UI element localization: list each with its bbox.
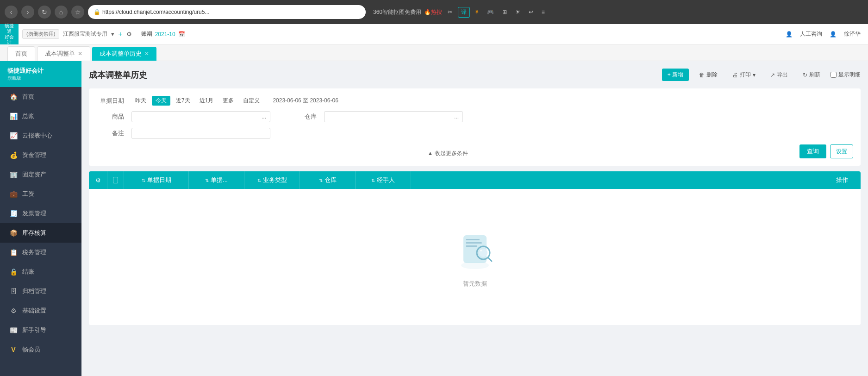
- table-toolbar: ⚙ ⇅ 单据日期 ⇅ 单据... ⇅ 业务类型: [89, 171, 861, 189]
- home-button[interactable]: ⌂: [55, 6, 68, 19]
- ledger-icon: 📊: [9, 112, 18, 120]
- bookmark-button[interactable]: ☆: [71, 6, 84, 19]
- tab-home-label: 首页: [15, 50, 27, 58]
- print-dropdown-icon: ▾: [753, 72, 756, 78]
- wallet-tool[interactable]: ¥: [473, 8, 481, 16]
- vip-icon: V: [9, 345, 18, 354]
- menu-tool[interactable]: ≡: [539, 8, 548, 16]
- shortcut-1month[interactable]: 近1月: [196, 96, 218, 106]
- app-logo: 畅捷通好会计: [4, 23, 15, 45]
- show-detail-label: 显示明细: [838, 71, 861, 79]
- th-biz-type[interactable]: ⇅ 业务类型: [244, 171, 300, 189]
- refresh-button[interactable]: ↻: [38, 6, 51, 19]
- collapse-button[interactable]: ▲ 收起更多条件: [428, 150, 468, 157]
- sidebar-item-vip[interactable]: V 畅会员: [0, 340, 81, 359]
- sidebar-item-archive[interactable]: 🗄 归档管理: [0, 282, 81, 301]
- sidebar-item-fund[interactable]: 💰 资金管理: [0, 145, 81, 165]
- invoice-icon: 🧾: [9, 209, 18, 218]
- sidebar-item-closing-label: 结账: [22, 268, 34, 276]
- th-operator-label: 经手人: [377, 176, 395, 184]
- inventory-icon: 📦: [9, 229, 18, 237]
- sidebar-logo-text: 畅捷通好会计: [7, 67, 44, 75]
- page-actions: + 新增 🗑 删除 🖨 打印 ▾ ↗ 导出 ↻: [662, 69, 861, 81]
- grid-tool[interactable]: ⊞: [500, 8, 510, 16]
- company-dropdown[interactable]: ▾: [111, 31, 114, 38]
- translate-tool[interactable]: 译: [458, 7, 470, 18]
- svg-rect-4: [466, 245, 477, 247]
- goods-select[interactable]: ...: [131, 111, 270, 122]
- tab-bar: 首页 成本调整单 ✕ 成本调整单历史 ✕: [0, 44, 868, 61]
- th-date-label: 单据日期: [147, 176, 171, 184]
- cut-tool[interactable]: ✂: [445, 8, 455, 16]
- select-all-checkbox[interactable]: [113, 177, 118, 183]
- period-info: 账期 2021-10 📅: [141, 30, 185, 38]
- shortcut-yesterday[interactable]: 昨天: [131, 96, 150, 106]
- filter-row-remark: 备注: [96, 128, 853, 139]
- remark-input[interactable]: [131, 128, 270, 139]
- shortcut-7days[interactable]: 近7天: [172, 96, 194, 106]
- tab-cost-adjust-history-close[interactable]: ✕: [144, 50, 149, 57]
- shortcut-more[interactable]: 更多: [219, 96, 237, 106]
- tab-cost-adjust-close[interactable]: ✕: [78, 50, 82, 57]
- th-date[interactable]: ⇅ 单据日期: [124, 171, 189, 189]
- tab-cost-adjust-history[interactable]: 成本调整单历史 ✕: [92, 47, 156, 61]
- empty-state: 暂元数据: [89, 189, 861, 325]
- show-detail-checkbox-container[interactable]: 显示明细: [831, 71, 861, 79]
- company-warning: (勿删勿禁用): [22, 29, 59, 39]
- empty-text: 暂元数据: [463, 280, 487, 288]
- delete-label: 删除: [706, 71, 718, 79]
- settings-icon[interactable]: ⚙: [126, 31, 132, 38]
- filter-action-buttons: 查询 设置: [799, 144, 853, 158]
- sidebar-item-payroll[interactable]: 💼 工资: [0, 184, 81, 204]
- sidebar-item-ledger[interactable]: 📊 总账: [0, 107, 81, 126]
- date-range-display: 2023-06-06 至 2023-06-06: [273, 97, 338, 105]
- sidebar-item-fixed-assets[interactable]: 🏢 固定资产: [0, 165, 81, 184]
- th-bill-no-label: 单据...: [211, 176, 228, 184]
- user-service-icon: 👤: [786, 31, 793, 38]
- forward-button[interactable]: ›: [21, 6, 34, 19]
- tab-cost-adjust[interactable]: 成本调整单 ✕: [37, 46, 90, 61]
- print-button[interactable]: 🖨 打印 ▾: [728, 69, 760, 81]
- show-detail-checkbox[interactable]: [831, 72, 837, 78]
- sidebar-item-tax-label: 税务管理: [22, 248, 46, 257]
- th-checkbox[interactable]: [107, 171, 124, 189]
- sidebar-item-fund-label: 资金管理: [22, 151, 46, 159]
- sidebar-item-ledger-label: 总账: [22, 112, 34, 120]
- sidebar-item-invoice[interactable]: 🧾 发票管理: [0, 204, 81, 223]
- shortcut-custom[interactable]: 自定义: [239, 96, 263, 106]
- browser-chrome: ‹ › ↻ ⌂ ☆ 🔒 https://cloud.chanjet.com/ac…: [0, 0, 868, 24]
- delete-button[interactable]: 🗑 删除: [694, 69, 722, 81]
- address-bar[interactable]: 🔒 https://cloud.chanjet.com/accounting/u…: [88, 5, 366, 19]
- warehouse-select[interactable]: ...: [324, 111, 463, 122]
- calendar-icon[interactable]: 📅: [178, 31, 185, 38]
- th-action-label: 操作: [836, 176, 848, 184]
- sidebar-item-home[interactable]: 🏠 首页: [0, 87, 81, 107]
- add-company-button[interactable]: +: [118, 30, 122, 38]
- shortcut-today[interactable]: 今天: [152, 96, 170, 106]
- sidebar-item-closing[interactable]: 🔒 结账: [0, 262, 81, 282]
- sort-asc-icon-operator: ⇅: [371, 178, 375, 183]
- sidebar-item-tax[interactable]: 📋 税务管理: [0, 243, 81, 262]
- th-operator[interactable]: ⇅ 经手人: [356, 171, 411, 189]
- export-button[interactable]: ↗ 导出: [766, 69, 793, 81]
- undo-tool[interactable]: ↩: [526, 8, 536, 16]
- tab-cost-adjust-label: 成本调整单: [45, 50, 75, 58]
- user-service-label[interactable]: 人工咨询: [800, 30, 822, 38]
- back-button[interactable]: ‹: [5, 6, 18, 19]
- th-gear[interactable]: ⚙: [89, 171, 107, 189]
- sidebar-item-inventory[interactable]: 📦 库存核算: [0, 223, 81, 243]
- sidebar-item-report[interactable]: 📈 云报表中心: [0, 126, 81, 145]
- print-icon: 🖨: [732, 72, 738, 78]
- game-tool[interactable]: 🎮: [484, 8, 497, 16]
- th-bill-no[interactable]: ⇅ 单据...: [189, 171, 244, 189]
- th-warehouse[interactable]: ⇅ 仓库: [300, 171, 356, 189]
- sidebar-item-settings[interactable]: ⚙ 基础设置: [0, 301, 81, 320]
- query-button[interactable]: 查询: [799, 144, 826, 158]
- setting-button[interactable]: 设置: [830, 144, 853, 158]
- add-button[interactable]: + 新增: [662, 69, 689, 81]
- gear-column-icon: ⚙: [95, 177, 101, 184]
- refresh-button-page[interactable]: ↻ 刷新: [798, 69, 825, 81]
- sidebar-item-guide[interactable]: 📰 新手引导: [0, 320, 81, 340]
- theme-tool[interactable]: ☀: [512, 8, 523, 16]
- tab-home[interactable]: 首页: [7, 46, 35, 61]
